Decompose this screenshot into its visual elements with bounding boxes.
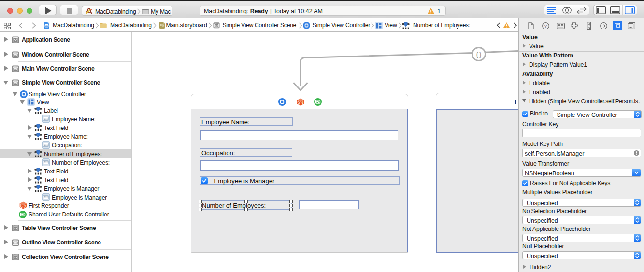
svg-text:{ }: { } bbox=[476, 51, 482, 58]
svg-text:?: ? bbox=[544, 23, 547, 29]
